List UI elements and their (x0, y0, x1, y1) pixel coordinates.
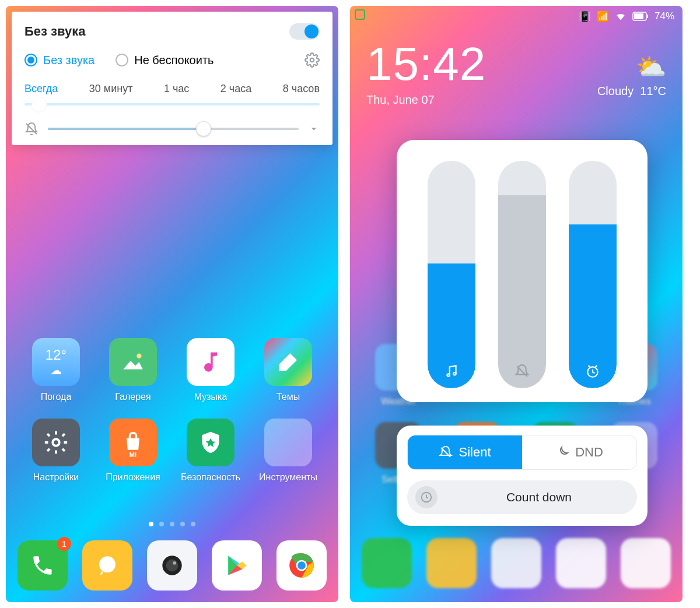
dock-messages[interactable] (82, 540, 132, 591)
svg-point-0 (310, 58, 314, 62)
app-gallery[interactable]: Галерея (104, 338, 162, 402)
chevron-down-icon[interactable] (308, 123, 320, 135)
music-icon (444, 364, 459, 379)
weather-temp: 12° (46, 347, 66, 363)
gear-icon[interactable] (304, 52, 320, 68)
dock-chrome[interactable] (276, 540, 327, 591)
dock-playstore[interactable] (212, 540, 262, 591)
radio-label: Без звука (43, 54, 94, 67)
panel-title: Без звука (24, 24, 86, 39)
slider-thumb[interactable] (196, 121, 211, 136)
ring-volume-slider[interactable] (48, 128, 299, 130)
bell-off-icon (514, 364, 530, 379)
sound-mode-panel: Без звука Без звука Не беспокоить Всегда… (12, 12, 332, 145)
alarm-volume-slider[interactable] (569, 161, 617, 388)
cloud-icon: ⛅ (597, 52, 666, 81)
ring-volume-slider[interactable] (498, 161, 546, 388)
svg-point-7 (173, 561, 176, 565)
badge: 1 (57, 537, 71, 551)
clock-date: Thu, June 07 (366, 93, 486, 107)
sound-mode-toggle[interactable] (289, 23, 320, 40)
radio-icon (24, 54, 37, 66)
duration-option[interactable]: 8 часов (283, 83, 320, 95)
tab-silent[interactable]: Silent (408, 435, 522, 469)
app-store[interactable]: MI Приложения (104, 419, 162, 483)
svg-point-4 (99, 556, 116, 572)
svg-point-6 (166, 560, 178, 572)
duration-options: Всегда 30 минут 1 час 2 часа 8 часов (24, 83, 320, 95)
duration-slider[interactable] (24, 103, 320, 106)
duration-option[interactable]: 2 часа (220, 83, 251, 95)
page-indicator (6, 522, 338, 526)
phone-screen-left: Без звука Без звука Не беспокоить Всегда… (6, 6, 338, 602)
svg-point-2 (136, 353, 141, 358)
dock-phone[interactable]: 1 (18, 540, 68, 591)
dock: 1 (18, 540, 327, 591)
clock-widget[interactable]: 15:42 Thu, June 07 (366, 37, 486, 107)
app-weather[interactable]: 12° ☁ Погода (27, 338, 85, 402)
weather-widget[interactable]: ⛅ Cloudy 11°C (597, 52, 666, 98)
phone-screen-right: Weather Themes Settings Tools 📳 📶 74% (350, 6, 682, 602)
volume-panel (397, 140, 648, 402)
app-security[interactable]: Безопасность (181, 419, 240, 483)
radio-dnd[interactable]: Не беспокоить (116, 54, 214, 67)
svg-point-14 (447, 374, 450, 376)
app-themes[interactable]: Темы (259, 338, 317, 402)
countdown-button[interactable]: Count down (407, 480, 637, 514)
alarm-icon (585, 364, 600, 379)
clock-time: 15:42 (366, 37, 486, 91)
tab-dnd[interactable]: DND (522, 435, 636, 469)
slider-thumb[interactable] (32, 97, 47, 112)
home-app-grid: 12° ☁ Погода Галерея Музыка Темы (27, 338, 317, 483)
tab-label: DND (575, 445, 603, 460)
radio-silent[interactable]: Без звука (24, 54, 94, 67)
countdown-label: Count down (449, 490, 629, 504)
app-music[interactable]: Музыка (181, 338, 240, 402)
radio-icon (116, 54, 128, 66)
app-tools-folder[interactable]: Инструменты (259, 419, 317, 483)
radio-label: Не беспокоить (134, 54, 214, 67)
svg-point-3 (52, 439, 60, 446)
moon-icon (555, 445, 569, 459)
mode-panel: Silent DND Count down (397, 426, 648, 526)
duration-option[interactable]: 30 минут (89, 83, 133, 95)
tab-label: Silent (459, 445, 491, 460)
clock-icon (415, 486, 438, 508)
duration-option[interactable]: Всегда (24, 83, 58, 95)
dock-camera[interactable] (147, 540, 197, 591)
svg-point-15 (454, 372, 456, 375)
media-volume-slider[interactable] (428, 161, 475, 388)
app-settings[interactable]: Настройки (27, 419, 85, 483)
bell-off-icon (439, 445, 453, 459)
svg-point-10 (298, 561, 306, 570)
bell-off-icon (24, 122, 38, 136)
status-indicator-icon (355, 9, 365, 20)
duration-option[interactable]: 1 час (164, 83, 189, 95)
cloud-icon: ☁ (50, 363, 62, 377)
weather-text: Cloudy 11°C (597, 85, 666, 98)
